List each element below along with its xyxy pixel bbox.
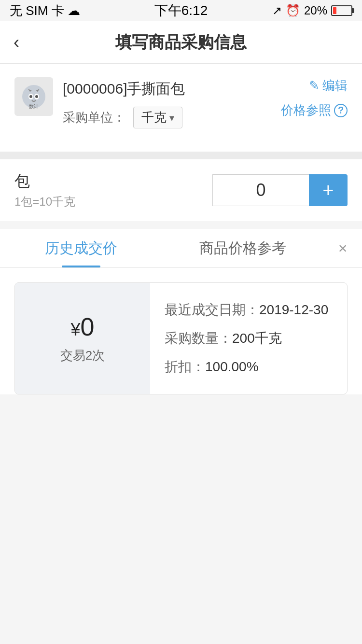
quantity-input[interactable]: 0 bbox=[212, 174, 309, 206]
tabs-close-button[interactable]: × bbox=[323, 229, 362, 267]
back-button[interactable]: ‹ bbox=[14, 32, 19, 53]
location-icon: ↗ bbox=[272, 4, 282, 17]
quantity-unit-name: 包 bbox=[14, 171, 75, 192]
section-divider bbox=[0, 152, 362, 159]
history-card-right: 最近成交日期：2019-12-30 采购数量：200千克 折扣：100.00% bbox=[150, 283, 347, 394]
unit-value: 千克 bbox=[141, 109, 167, 126]
purchase-qty-value: 200千克 bbox=[232, 331, 282, 346]
product-name: [0000006]手撕面包 bbox=[63, 79, 185, 99]
battery-icon bbox=[331, 5, 352, 16]
price-ref-label: 价格参照 bbox=[281, 102, 331, 119]
edit-button[interactable]: ✎ 编辑 bbox=[309, 77, 348, 94]
svg-text:数计: 数计 bbox=[29, 104, 39, 109]
product-info: [0000006]手撕面包 采购单位： 千克 ▾ bbox=[63, 77, 185, 128]
status-right: ↗ ⏰ 20% bbox=[272, 4, 352, 17]
unit-select[interactable]: 千克 ▾ bbox=[133, 107, 182, 128]
quantity-value: 0 bbox=[256, 180, 265, 200]
battery-percent: 20% bbox=[304, 4, 327, 17]
svg-point-4 bbox=[35, 95, 38, 98]
chevron-down-icon: ▾ bbox=[169, 112, 174, 124]
history-trade-count: 交易2次 bbox=[60, 347, 105, 364]
history-price-card: ¥0 交易2次 最近成交日期：2019-12-30 采购数量：200千克 折扣：… bbox=[14, 282, 348, 394]
quantity-plus-button[interactable]: + bbox=[309, 174, 348, 206]
history-discount-row: 折扣：100.00% bbox=[165, 357, 333, 376]
history-card-left: ¥0 交易2次 bbox=[15, 283, 150, 394]
sim-status: 无 SIM 卡 ☁ bbox=[10, 2, 80, 19]
tabs-header: 历史成交价 商品价格参考 × bbox=[0, 229, 362, 268]
alarm-icon: ⏰ bbox=[286, 4, 300, 17]
edit-icon: ✎ bbox=[309, 78, 320, 93]
discount-label: 折扣： bbox=[165, 359, 205, 374]
tab-price-ref-label: 商品价格参考 bbox=[199, 238, 286, 258]
tabs-section: 历史成交价 商品价格参考 × ¥0 交易2次 最近成交日期：2019-12-30… bbox=[0, 229, 362, 394]
main-content: 历史成交价 商品价格参考 × ¥0 交易2次 最近成交日期：2019-12-30… bbox=[0, 229, 362, 518]
product-header: 数计 [0000006]手撕面包 采购单位： 千克 ▾ ✎ 编辑 bbox=[14, 77, 348, 128]
history-purchase-qty-row: 采购数量：200千克 bbox=[165, 329, 333, 348]
product-thumbnail: 数计 bbox=[14, 77, 53, 116]
unit-label: 采购单位： bbox=[63, 109, 125, 126]
status-time: 下午6:12 bbox=[154, 1, 208, 20]
battery-fill bbox=[333, 7, 336, 14]
owl-logo: 数计 bbox=[20, 83, 47, 110]
currency-symbol: ¥ bbox=[71, 320, 81, 339]
product-card: 数计 [0000006]手撕面包 采购单位： 千克 ▾ ✎ 编辑 bbox=[0, 64, 362, 152]
quantity-control: 0 + bbox=[212, 174, 348, 206]
history-recent-date-row: 最近成交日期：2019-12-30 bbox=[165, 300, 333, 319]
product-left: 数计 [0000006]手撕面包 采购单位： 千克 ▾ bbox=[14, 77, 185, 128]
recent-date-value: 2019-12-30 bbox=[259, 302, 328, 317]
quantity-conversion: 1包=10千克 bbox=[14, 194, 75, 210]
quantity-row: 包 1包=10千克 0 + bbox=[0, 159, 362, 221]
purchase-qty-label: 采购数量： bbox=[165, 331, 232, 346]
status-bar: 无 SIM 卡 ☁ 下午6:12 ↗ ⏰ 20% bbox=[0, 0, 362, 21]
nav-bar: ‹ 填写商品采购信息 bbox=[0, 21, 362, 64]
recent-date-label: 最近成交日期： bbox=[165, 302, 259, 317]
price-ref-button[interactable]: 价格参照 ? bbox=[281, 102, 348, 119]
discount-value: 100.00% bbox=[205, 359, 259, 374]
tab-price-reference[interactable]: 商品价格参考 bbox=[162, 229, 323, 267]
tab-history-label: 历史成交价 bbox=[45, 238, 117, 258]
svg-point-3 bbox=[29, 95, 32, 98]
tab-history-price[interactable]: 历史成交价 bbox=[0, 229, 162, 267]
help-icon: ? bbox=[334, 104, 348, 117]
page-title: 填写商品采购信息 bbox=[115, 31, 247, 54]
product-unit-row: 采购单位： 千克 ▾ bbox=[63, 107, 185, 128]
history-price-value: ¥0 bbox=[71, 312, 95, 341]
quantity-label-group: 包 1包=10千克 bbox=[14, 171, 75, 210]
price-number: 0 bbox=[81, 313, 95, 341]
product-right-actions: ✎ 编辑 价格参照 ? bbox=[281, 77, 348, 116]
status-left: 无 SIM 卡 ☁ bbox=[10, 2, 80, 19]
edit-label: 编辑 bbox=[322, 77, 348, 94]
